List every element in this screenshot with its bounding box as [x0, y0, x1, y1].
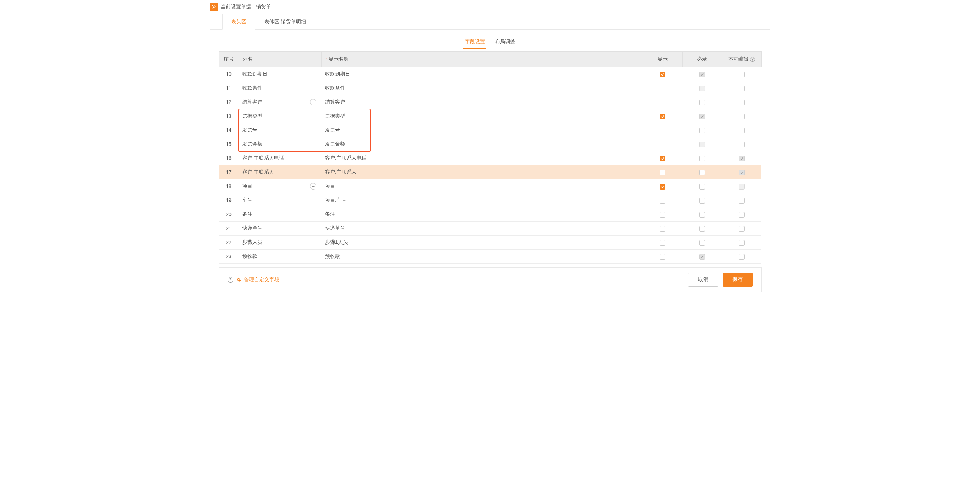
table-row[interactable]: 18 项目+ 项目 — [219, 180, 761, 193]
tab-header-area[interactable]: 表头区 — [222, 14, 255, 30]
checkbox-show[interactable] — [660, 184, 665, 189]
subtab-field-settings[interactable]: 字段设置 — [463, 36, 487, 49]
cell-show — [643, 236, 682, 250]
cell-display[interactable]: 收款条件 — [321, 81, 643, 95]
checkbox-noedit[interactable] — [739, 226, 745, 232]
checkbox-required[interactable] — [699, 127, 705, 134]
checkbox-show[interactable] — [660, 86, 665, 91]
table-row[interactable]: 15 发票金额 发票金额 — [219, 137, 761, 151]
checkbox-noedit[interactable] — [739, 212, 745, 218]
cell-display[interactable]: 发票金额 — [321, 137, 643, 151]
cell-show — [643, 193, 682, 207]
expand-plus-icon[interactable]: + — [310, 183, 317, 189]
table-row[interactable]: 17 客户.主联系人 客户.主联系人 — [219, 166, 761, 180]
cancel-button[interactable]: 取消 — [688, 272, 718, 287]
table-row[interactable]: 11 收款条件 收款条件 — [219, 81, 761, 95]
cell-display[interactable]: 票据类型 — [321, 109, 643, 123]
checkbox-show[interactable] — [660, 127, 665, 134]
help-icon[interactable]: ? — [750, 57, 755, 62]
checkbox-show[interactable] — [660, 100, 665, 105]
checkbox-required[interactable] — [699, 100, 705, 105]
checkbox-show[interactable] — [660, 212, 665, 218]
cell-name: 备注 — [239, 207, 321, 221]
question-icon[interactable]: ? — [228, 277, 233, 283]
checkbox-show[interactable] — [660, 170, 665, 175]
checkbox-required[interactable] — [699, 170, 705, 175]
main-tabs: 表头区 表体区-销货单明细 — [210, 14, 770, 30]
tab-body-area[interactable]: 表体区-销货单明细 — [255, 14, 315, 30]
checkbox-required — [699, 114, 705, 119]
checkbox-noedit — [739, 156, 745, 161]
checkbox-required[interactable] — [699, 156, 705, 161]
table-row[interactable]: 21 快递单号 快递单号 — [219, 221, 761, 236]
checkbox-noedit[interactable] — [739, 86, 745, 91]
checkbox-show[interactable] — [660, 240, 665, 245]
cell-seq: 11 — [219, 81, 239, 95]
checkbox-required[interactable] — [699, 240, 705, 245]
checkbox-show[interactable] — [660, 198, 665, 204]
checkbox-noedit[interactable] — [739, 254, 745, 260]
subtab-layout-adjust[interactable]: 布局调整 — [493, 36, 517, 49]
table-row[interactable]: 19 车号 项目.车号 — [219, 193, 761, 207]
cell-seq: 23 — [219, 250, 239, 264]
cell-noedit — [722, 193, 761, 207]
cell-show — [643, 109, 682, 123]
table-row[interactable]: 16 客户.主联系人电话 客户.主联系人电话 — [219, 151, 761, 166]
checkbox-required[interactable] — [699, 184, 705, 189]
checkbox-noedit[interactable] — [739, 127, 745, 134]
checkbox-show[interactable] — [660, 114, 665, 119]
cell-noedit — [722, 180, 761, 193]
manage-custom-fields-link[interactable]: 管理自定义字段 — [244, 277, 279, 283]
table-row[interactable]: 22 步骤人员 步骤1人员 — [219, 236, 761, 250]
cell-seq: 10 — [219, 67, 239, 81]
checkbox-show[interactable] — [660, 226, 665, 232]
cell-seq: 18 — [219, 180, 239, 193]
cell-display[interactable]: 快递单号 — [321, 221, 643, 236]
checkbox-show[interactable] — [660, 142, 665, 147]
checkbox-required[interactable] — [699, 226, 705, 232]
cell-display[interactable]: 结算客户 — [321, 95, 643, 109]
chevron-right-double-icon — [212, 5, 216, 9]
cell-display[interactable]: 项目.车号 — [321, 193, 643, 207]
checkbox-noedit[interactable] — [739, 72, 745, 77]
expand-plus-icon[interactable]: + — [310, 99, 317, 105]
checkbox-noedit — [739, 170, 745, 175]
checkbox-noedit[interactable] — [739, 100, 745, 105]
cell-show — [643, 250, 682, 264]
cell-required — [682, 236, 722, 250]
checkbox-show[interactable] — [660, 254, 665, 260]
save-button[interactable]: 保存 — [722, 272, 753, 287]
table-row[interactable]: 23 预收款 预收款 — [219, 250, 761, 264]
cell-display[interactable]: 预收款 — [321, 250, 643, 264]
checkbox-required[interactable] — [699, 198, 705, 204]
cell-display[interactable]: 备注 — [321, 207, 643, 221]
checkbox-show[interactable] — [660, 72, 665, 77]
checkbox-noedit[interactable] — [739, 198, 745, 204]
cell-show — [643, 95, 682, 109]
cell-name: 发票金额 — [239, 137, 321, 151]
checkbox-noedit[interactable] — [739, 240, 745, 245]
cell-display[interactable]: 步骤1人员 — [321, 236, 643, 250]
cell-display[interactable]: 客户.主联系人 — [321, 166, 643, 180]
cell-display[interactable]: 客户.主联系人电话 — [321, 151, 643, 166]
checkbox-show[interactable] — [660, 156, 665, 161]
checkbox-noedit[interactable] — [739, 142, 745, 147]
cell-noedit — [722, 109, 761, 123]
cell-show — [643, 180, 682, 193]
cell-display[interactable]: 收款到期日 — [321, 67, 643, 81]
table-row[interactable]: 10 收款到期日 收款到期日 — [219, 67, 761, 81]
table-row[interactable]: 13 票据类型 票据类型 — [219, 109, 761, 123]
table-row[interactable]: 14 发票号 发票号 — [219, 123, 761, 137]
table-row[interactable]: 12 结算客户+ 结算客户 — [219, 95, 761, 109]
checkbox-required[interactable] — [699, 212, 705, 218]
cell-display[interactable]: 项目 — [321, 180, 643, 193]
checkbox-noedit[interactable] — [739, 114, 745, 119]
cell-name: 发票号 — [239, 123, 321, 137]
cell-noedit — [722, 137, 761, 151]
cell-display[interactable]: 发票号 — [321, 123, 643, 137]
cell-seq: 21 — [219, 221, 239, 236]
cell-required — [682, 180, 722, 193]
collapse-toggle[interactable] — [210, 3, 218, 11]
table-row[interactable]: 20 备注 备注 — [219, 207, 761, 221]
checkbox-required — [699, 142, 705, 147]
